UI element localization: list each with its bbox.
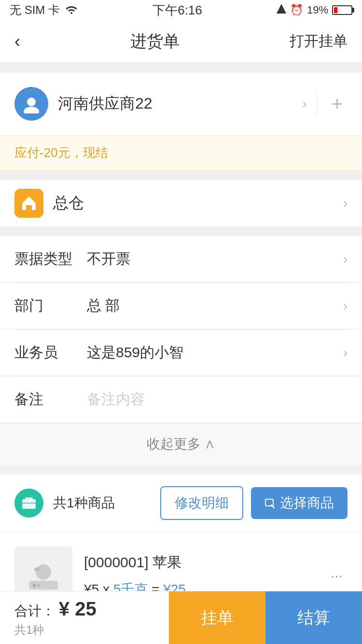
products-icon (14, 489, 43, 518)
select-product-label: 选择商品 (280, 494, 334, 512)
sales-chevron-icon: › (343, 345, 348, 361)
invoice-label: 票据类型 (14, 249, 77, 269)
dept-chevron-icon: › (343, 298, 348, 314)
status-right: ⏰ 19% (277, 4, 352, 16)
supplier-divider (317, 92, 317, 116)
supplier-avatar (14, 87, 48, 121)
status-time: 下午6:16 (153, 2, 202, 19)
nav-bar: ‹ 进货单 打开挂单 (0, 20, 362, 63)
alarm-icon: ⏰ (290, 4, 303, 16)
supplier-chevron-icon: › (302, 96, 306, 112)
total-count: 共1种 (14, 622, 154, 638)
open-hold-button[interactable]: 打开挂单 (290, 31, 348, 51)
product-menu-button[interactable]: ··· (326, 567, 348, 584)
sales-value: 这是859的小智 (77, 343, 343, 363)
status-bar: 无 SIM 卡 下午6:16 ⏰ 19% (0, 0, 362, 20)
collapse-label: 收起更多 ∧ (147, 435, 216, 453)
back-button[interactable]: ‹ (14, 31, 20, 52)
carrier-label: 无 SIM 卡 (10, 2, 60, 18)
svg-rect-6 (25, 497, 33, 500)
collapse-button[interactable]: 收起更多 ∧ (0, 423, 362, 465)
hold-button[interactable]: 挂单 (169, 591, 265, 644)
svg-point-10 (36, 564, 51, 580)
total-amount: ¥ 25 (59, 598, 97, 619)
products-count: 共1种商品 (53, 494, 160, 512)
checkout-button[interactable]: 结算 (265, 591, 362, 644)
battery-percent: 19% (307, 4, 328, 16)
svg-point-11 (34, 567, 40, 571)
sales-label: 业务员 (14, 343, 77, 363)
invoice-chevron-icon: › (343, 252, 348, 267)
add-supplier-button[interactable]: + (327, 93, 348, 115)
remark-label: 备注 (14, 390, 77, 409)
products-header: 共1种商品 修改明细 选择商品 (0, 475, 362, 532)
invoice-value: 不开票 (77, 249, 343, 269)
supplier-section: 河南供应商22 › + (0, 72, 362, 135)
battery-icon (332, 5, 352, 15)
warehouse-name: 总仓 (53, 193, 343, 214)
notice-bar: 应付-20元，现结 (0, 135, 362, 170)
svg-rect-4 (26, 205, 32, 210)
svg-text:鲁十: 鲁十 (32, 583, 41, 588)
remark-input[interactable]: 备注内容 (77, 390, 348, 409)
edit-details-button[interactable]: 修改明细 (160, 486, 243, 520)
svg-rect-5 (22, 499, 36, 509)
dept-row[interactable]: 部门 总 部 › (0, 283, 362, 329)
location-icon (277, 4, 286, 16)
notice-text: 应付-20元，现结 (14, 145, 108, 160)
svg-marker-3 (22, 196, 36, 203)
footer-total: 合计： ¥ 25 共1种 (0, 598, 169, 638)
status-left: 无 SIM 卡 (10, 2, 78, 18)
warehouse-icon (14, 189, 43, 218)
sales-row[interactable]: 业务员 这是859的小智 › (0, 330, 362, 376)
dept-value: 总 部 (77, 296, 343, 316)
svg-point-1 (24, 107, 39, 113)
svg-point-0 (27, 98, 36, 106)
page-title: 进货单 (130, 30, 180, 53)
dept-label: 部门 (14, 296, 77, 316)
supplier-name[interactable]: 河南供应商22 (58, 93, 302, 114)
total-label: 合计： (14, 603, 55, 618)
warehouse-section[interactable]: 总仓 › (0, 180, 362, 226)
warehouse-chevron-icon: › (343, 196, 348, 211)
select-product-button[interactable]: 选择商品 (251, 487, 348, 519)
footer: 合计： ¥ 25 共1种 挂单 结算 (0, 591, 362, 644)
product-name: [0000001] 苹果 (84, 553, 326, 573)
remark-row[interactable]: 备注 备注内容 (0, 377, 362, 423)
invoice-row[interactable]: 票据类型 不开票 › (0, 236, 362, 282)
wifi-icon (65, 3, 78, 17)
